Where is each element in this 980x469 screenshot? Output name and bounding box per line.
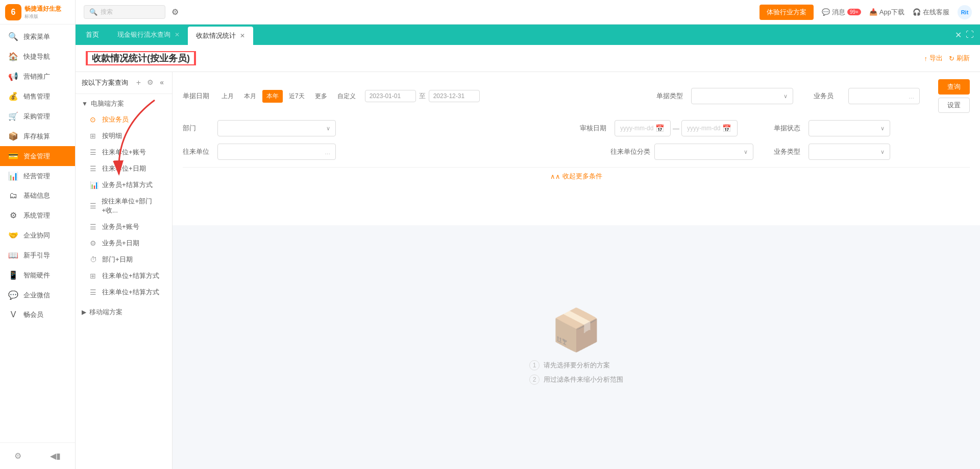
sidebar-item-quicknav[interactable]: 🏠 快捷导航 (0, 46, 75, 66)
scheme-item-partner-dept-collect[interactable]: ☰ 按往来单位+部门+收... (76, 193, 172, 219)
message-icon: 💬 (822, 8, 830, 16)
tab-home[interactable]: 首页 (76, 25, 109, 45)
review-date-from-control[interactable]: yyyy-mm-dd 📅 (615, 120, 671, 136)
biz-type-caret: ∨ (880, 149, 885, 155)
tab-receipt[interactable]: 收款情况统计 ✕ (188, 27, 253, 45)
topbar-settings-icon[interactable]: ⚙ (172, 7, 179, 17)
biz-type-dropdown: ∨ (814, 149, 885, 155)
scheme-item-partner-account[interactable]: ☰ 往来单位+账号 (76, 144, 172, 160)
sidebar: 6 畅捷通好生意 标准版 🔍 搜索菜单 🏠 快捷导航 📢 营销推广 💰 销售管理… (0, 0, 76, 469)
scheme-item-salesman-settlement[interactable]: 📊 业务员+结算方式 (76, 177, 172, 193)
tab-receipt-close[interactable]: ✕ (240, 32, 245, 39)
sidebar-item-wechat[interactable]: 💬 企业微信 (0, 285, 75, 305)
doc-type-caret: ∨ (783, 93, 788, 100)
doc-type-control[interactable]: ∨ (691, 88, 793, 104)
sidebar-item-system[interactable]: ⚙ 系统管理 (0, 205, 75, 225)
scheme-item-partner-settlement1[interactable]: ⊞ 往来单位+结算方式 (76, 268, 172, 284)
export-icon: ↑ (924, 55, 928, 62)
date-tab-this-month[interactable]: 本月 (240, 90, 260, 103)
user-avatar-area[interactable]: Rit (958, 5, 972, 19)
avatar: Rit (958, 5, 972, 19)
dept-dropdown: ∨ (223, 125, 330, 132)
tab-close-window-icon[interactable]: ✕ (955, 30, 962, 40)
table-icon2: ☰ (90, 165, 99, 173)
dept-caret: ∨ (326, 125, 330, 132)
wechat-icon: 💬 (8, 290, 18, 300)
trial-btn[interactable]: 体验行业方案 (760, 5, 814, 20)
refresh-btn[interactable]: ↻ 刷新 (949, 54, 970, 63)
review-date-to: yyyy-mm-dd (687, 125, 720, 132)
message-btn[interactable]: 💬 消息 99+ (822, 8, 861, 17)
dept-control[interactable]: ∨ (217, 120, 336, 136)
doc-status-label: 单据状态 (774, 124, 804, 133)
filter-settings-btn[interactable]: 设置 (938, 98, 970, 113)
empty-illustration: 📦 (551, 306, 602, 354)
scheme-item-by-detail[interactable]: ⊞ 按明细 (76, 128, 172, 144)
date-tab-custom[interactable]: 自定义 (333, 90, 360, 103)
filter-partner-category-item: 往来单位分类 ∨ (610, 144, 753, 160)
sidebar-item-search[interactable]: 🔍 搜索菜单 (0, 27, 75, 46)
online-service-btn[interactable]: 🎧 在线客服 (913, 8, 949, 17)
date-tab-last-month[interactable]: 上月 (217, 90, 238, 103)
sidebar-item-guide[interactable]: 📖 新手引导 (0, 245, 75, 265)
tabbar: 首页 现金银行流水查询 ✕ 收款情况统计 ✕ ✕ ⛶ (76, 25, 980, 45)
date-tab-this-year[interactable]: 本年 (262, 90, 283, 103)
collapse-btn[interactable]: ∧∧ 收起更多条件 (550, 172, 602, 181)
sidebar-settings-btn[interactable]: ⚙ (11, 448, 24, 464)
date-dash: — (673, 125, 679, 132)
sidebar-collapse-btn[interactable]: ◀▮ (47, 448, 64, 464)
partner-control[interactable]: ... (217, 144, 336, 160)
date-to-input[interactable] (429, 90, 480, 102)
page-area: 收款情况统计(按业务员) ↑ 导出 ↻ 刷新 按以下方案查询 (76, 45, 980, 469)
filter-row-3: 往来单位 ... 往来单位分类 (183, 144, 970, 160)
sidebar-item-member[interactable]: V 畅会员 (0, 305, 75, 324)
tab-maximize-icon[interactable]: ⛶ (966, 30, 974, 39)
filter-doc-type-item: 单据类型 ∨ (656, 88, 793, 104)
scheme-item-salesman-account[interactable]: ☰ 业务员+账号 (76, 219, 172, 235)
page-title: 收款情况统计(按业务员) (87, 51, 195, 65)
scheme-item-by-salesman[interactable]: ⊙ 按业务员 (76, 111, 172, 128)
salesman-dots: ... (909, 92, 914, 100)
topbar-search[interactable]: 🔍 搜索 (84, 5, 165, 19)
sidebar-item-purchase[interactable]: 🛒 采购管理 (0, 106, 75, 126)
date-from-input[interactable] (365, 90, 416, 102)
sidebar-item-marketing[interactable]: 📢 营销推广 (0, 66, 75, 86)
sidebar-item-sales[interactable]: 💰 销售管理 (0, 86, 75, 106)
search-icon: 🔍 (8, 32, 18, 41)
scheme-header: 按以下方案查询 + ⚙ « (76, 72, 172, 94)
scheme-item-partner-date[interactable]: ☰ 往来单位+日期 (76, 160, 172, 177)
filter-date-item: 单据日期 上月 本月 本年 近7天 更多 自定义 至 (183, 90, 480, 103)
query-btn[interactable]: 查询 (938, 79, 970, 95)
hint-num-2: 2 (529, 374, 540, 385)
export-btn[interactable]: ↑ 导出 (924, 54, 943, 63)
table-icon4: ☰ (90, 223, 99, 231)
partner-category-dropdown: ∨ (660, 149, 748, 155)
scheme-item-salesman-date[interactable]: ⚙ 业务员+日期 (76, 235, 172, 251)
date-tab-more[interactable]: 更多 (311, 90, 331, 103)
biz-type-control[interactable]: ∨ (808, 144, 890, 160)
sidebar-item-fund[interactable]: 💳 资金管理 (0, 146, 75, 166)
scheme-item-partner-settlement2[interactable]: ☰ 往来单位+结算方式 (76, 284, 172, 300)
scheme-item-dept-date[interactable]: ⏱ 部门+日期 (76, 251, 172, 268)
home-icon: 🏠 (8, 52, 18, 61)
partner-category-control[interactable]: ∨ (654, 144, 753, 160)
scheme-group-desktop-header[interactable]: ▼ 电脑端方案 (76, 96, 172, 111)
sidebar-item-basic[interactable]: 🗂 基础信息 (0, 186, 75, 205)
scheme-settings-btn[interactable]: ⚙ (145, 77, 156, 88)
app-download-btn[interactable]: 📥 App下载 (869, 8, 904, 17)
sidebar-item-collab[interactable]: 🤝 企业协同 (0, 225, 75, 245)
sidebar-item-biz[interactable]: 📊 经营管理 (0, 166, 75, 186)
sidebar-item-hardware[interactable]: 📱 智能硬件 (0, 265, 75, 285)
review-date-to-control[interactable]: yyyy-mm-dd 📅 (681, 120, 738, 136)
review-date-label: 审核日期 (580, 124, 610, 133)
scheme-add-btn[interactable]: + (134, 77, 143, 88)
sidebar-item-inventory[interactable]: 📦 库存核算 (0, 126, 75, 146)
doc-status-control[interactable]: ∨ (808, 120, 890, 136)
service-icon: 🎧 (913, 8, 921, 16)
scheme-collapse-btn[interactable]: « (158, 77, 166, 88)
scheme-group-mobile-header[interactable]: ▶ 移动端方案 (76, 304, 172, 320)
date-tab-7days[interactable]: 近7天 (285, 90, 309, 103)
salesman-control[interactable]: ... (848, 88, 920, 104)
tab-cashflow-close[interactable]: ✕ (175, 31, 180, 38)
tab-cashflow[interactable]: 现金银行流水查询 ✕ (109, 25, 188, 45)
